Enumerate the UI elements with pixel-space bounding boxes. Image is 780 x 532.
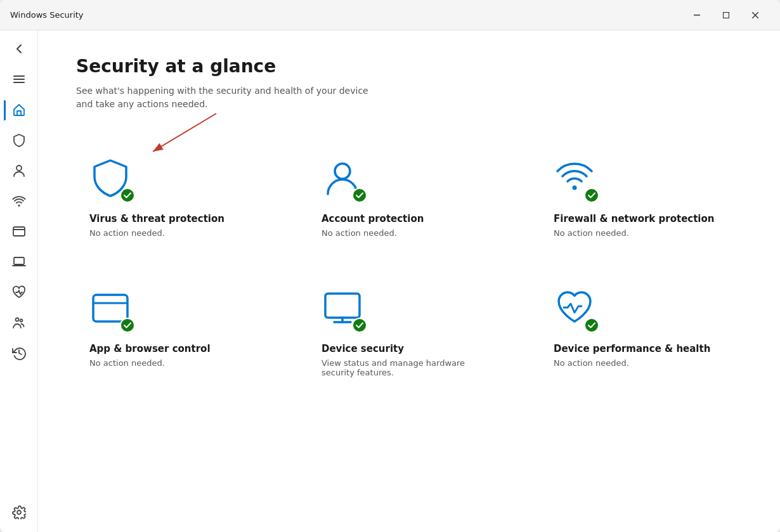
card-virus-threat[interactable]: Virus & threat protection No action need… (76, 141, 278, 251)
sidebar-item-appbrowser[interactable] (4, 218, 34, 246)
maximize-button[interactable] (712, 5, 741, 25)
card-title-firewall: Firewall & network protection (554, 213, 729, 224)
card-icon-virus-threat (89, 157, 135, 203)
card-firewall[interactable]: Firewall & network protection No action … (540, 141, 742, 251)
titlebar-controls (682, 5, 770, 25)
svg-point-16 (335, 164, 350, 179)
svg-rect-18 (93, 295, 127, 321)
history-icon (12, 346, 26, 362)
minimize-button[interactable] (682, 5, 712, 25)
sidebar-item-device[interactable] (4, 249, 34, 276)
svg-point-13 (17, 510, 21, 514)
card-account-protection[interactable]: Account protection No action needed. (308, 141, 510, 251)
sidebar-item-family[interactable] (4, 309, 34, 337)
sidebar-item-virus[interactable] (4, 127, 34, 155)
shield-icon (12, 133, 26, 149)
page-title: Security at a glance (76, 56, 742, 77)
settings-icon (12, 505, 26, 521)
card-status-app: No action needed. (89, 358, 264, 368)
hamburger-icon (12, 72, 26, 88)
card-title-virus: Virus & threat protection (89, 213, 264, 224)
card-title-device-security: Device security (322, 343, 497, 354)
card-status-virus: No action needed. (89, 228, 264, 238)
card-status-health: No action needed. (554, 358, 729, 368)
titlebar-title: Windows Security (10, 10, 682, 20)
svg-rect-20 (325, 294, 360, 318)
checkmark-icon (587, 191, 596, 200)
sidebar-item-history[interactable] (4, 340, 34, 368)
main-layout: Security at a glance See what's happenin… (0, 30, 780, 532)
card-device-security[interactable]: Device security View status and manage h… (308, 271, 510, 391)
card-status-device-security: View status and manage hardware security… (322, 358, 497, 377)
card-title-app: App & browser control (89, 343, 264, 354)
back-button[interactable] (4, 36, 34, 63)
home-icon (12, 103, 26, 119)
check-badge-app (120, 318, 135, 333)
card-title-account: Account protection (322, 213, 497, 224)
person-icon (12, 164, 26, 179)
card-icon-device-security (322, 287, 367, 333)
svg-line-15 (153, 114, 216, 152)
checkmark-icon (355, 191, 364, 200)
content-area: Security at a glance See what's happenin… (38, 30, 780, 532)
svg-point-7 (16, 165, 22, 171)
windows-security-window: Windows Security (0, 0, 780, 532)
health-icon (12, 285, 26, 301)
card-app-browser[interactable]: App & browser control No action needed. (76, 271, 278, 391)
checkmark-icon (355, 321, 364, 330)
sidebar-item-firewall[interactable] (4, 188, 34, 216)
sidebar-item-home[interactable] (4, 96, 34, 124)
svg-rect-1 (724, 12, 729, 18)
svg-point-17 (573, 186, 577, 190)
cards-grid: Virus & threat protection No action need… (76, 141, 742, 391)
checkmark-icon (123, 321, 132, 330)
sidebar (0, 30, 38, 532)
card-icon-device-health (554, 287, 599, 333)
card-device-health[interactable]: Device performance & health No action ne… (540, 271, 742, 391)
svg-point-11 (15, 318, 18, 321)
card-icon-app-browser (89, 287, 135, 333)
network-icon (12, 194, 26, 210)
window-icon (12, 224, 26, 240)
family-icon (12, 316, 26, 332)
page-subtitle: See what's happening with the security a… (76, 84, 742, 111)
check-badge-account (352, 188, 367, 203)
card-icon-account (322, 157, 367, 203)
checkmark-icon (587, 321, 596, 330)
titlebar: Windows Security (0, 0, 780, 30)
close-button[interactable] (741, 5, 770, 25)
checkmark-icon (123, 191, 132, 200)
card-title-health: Device performance & health (554, 343, 729, 354)
svg-rect-8 (13, 227, 25, 236)
menu-button[interactable] (4, 66, 34, 94)
check-badge-virus (120, 188, 135, 203)
annotation-arrow (115, 110, 229, 161)
card-icon-firewall (554, 157, 599, 203)
svg-point-12 (20, 319, 22, 321)
laptop-icon (12, 255, 26, 271)
svg-rect-0 (694, 15, 700, 16)
svg-rect-10 (14, 257, 24, 264)
check-badge-firewall (584, 188, 599, 203)
back-icon (12, 42, 26, 58)
check-badge-device-security (352, 318, 367, 333)
card-status-firewall: No action needed. (554, 228, 729, 238)
sidebar-item-settings[interactable] (4, 499, 34, 527)
check-badge-health (584, 318, 599, 333)
card-status-account: No action needed. (322, 228, 497, 238)
sidebar-item-health[interactable] (4, 279, 34, 307)
sidebar-item-account[interactable] (4, 157, 34, 185)
